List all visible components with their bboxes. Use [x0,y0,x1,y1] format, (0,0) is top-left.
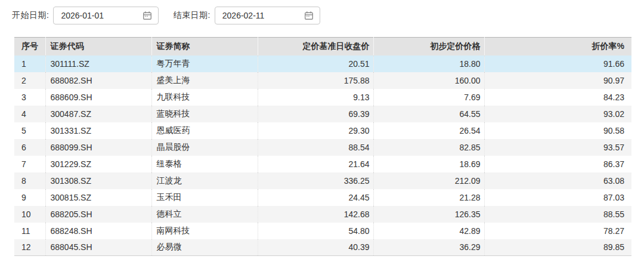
cell-code: 301229.SZ [45,156,151,172]
column-header-code[interactable]: 证券代码 [45,38,151,56]
cell-initial_price: 36.29 [373,239,484,256]
cell-initial_price: 126.35 [373,206,484,223]
column-header-initial_price[interactable]: 初步定价价格 [373,38,484,56]
cell-base_close_price: 69.39 [258,106,373,122]
table-header: 序号证券代码证券简称定价基准日收盘价初步定价价格折价率% [14,38,631,56]
cell-initial_price: 212.09 [373,172,484,189]
cell-name: 盛美上海 [151,72,258,89]
cell-index: 2 [14,72,45,89]
cell-name: 必易微 [151,239,258,256]
cell-index: 1 [14,56,45,72]
cell-initial_price: 18.69 [373,156,484,172]
cell-name: 南网科技 [151,223,258,239]
cell-name: 德科立 [151,206,258,223]
end-date-label: 结束日期: [173,10,210,21]
securities-pricing-table: 序号证券代码证券简称定价基准日收盘价初步定价价格折价率% 1301111.SZ粤… [14,37,631,256]
cell-initial_price: 18.80 [373,56,484,72]
cell-index: 8 [14,172,45,189]
table-row[interactable]: 10688205.SH德科立142.68126.3588.55 [14,206,631,223]
table-row[interactable]: 7301229.SZ纽泰格21.6418.6986.37 [14,156,631,172]
cell-initial_price: 160.00 [373,72,484,89]
end-date-picker[interactable] [215,7,320,24]
table-row[interactable]: 9300815.SZ玉禾田24.4521.2887.03 [14,189,631,206]
date-filter-bar: 开始日期: 结束日期: [0,0,644,25]
cell-index: 9 [14,189,45,206]
table-row[interactable]: 2688082.SH盛美上海175.88160.0090.97 [14,72,631,89]
cell-code: 300815.SZ [45,189,151,206]
cell-index: 4 [14,106,45,122]
cell-base_close_price: 40.39 [258,239,373,256]
cell-name: 纽泰格 [151,156,258,172]
cell-initial_price: 21.28 [373,189,484,206]
cell-base_close_price: 175.88 [258,72,373,89]
cell-code: 301331.SZ [45,122,151,139]
table-body: 1301111.SZ粤万年青20.5118.8091.662688082.SH盛… [14,56,631,256]
column-header-index[interactable]: 序号 [14,38,45,56]
cell-discount_rate: 87.03 [484,189,631,206]
cell-discount_rate: 93.02 [484,106,631,122]
column-header-name[interactable]: 证券简称 [151,38,258,56]
cell-code: 688045.SH [45,239,151,256]
cell-discount_rate: 90.97 [484,72,631,89]
table-row[interactable]: 12688045.SH必易微40.3936.2989.85 [14,239,631,256]
cell-name: 江波龙 [151,172,258,189]
cell-code: 301308.SZ [45,172,151,189]
cell-discount_rate: 84.23 [484,89,631,106]
cell-initial_price: 26.54 [373,122,484,139]
start-date-picker[interactable] [53,7,159,24]
cell-code: 301111.SZ [45,56,151,72]
cell-discount_rate: 88.55 [484,206,631,223]
cell-name: 玉禾田 [151,189,258,206]
end-date-input[interactable] [215,11,293,20]
cell-code: 300487.SZ [45,106,151,122]
table-row[interactable]: 8301308.SZ江波龙336.25212.0963.08 [14,172,631,189]
header-row: 序号证券代码证券简称定价基准日收盘价初步定价价格折价率% [14,38,631,56]
cell-discount_rate: 91.66 [484,56,631,72]
cell-name: 晶晨股份 [151,139,258,156]
table-row[interactable]: 11688248.SH南网科技54.8042.8978.27 [14,223,631,239]
table-row[interactable]: 6688099.SH晶晨股份88.5482.8593.57 [14,139,631,156]
cell-code: 688205.SH [45,206,151,223]
cell-name: 恩威医药 [151,122,258,139]
cell-initial_price: 82.85 [373,139,484,156]
cell-base_close_price: 336.25 [258,172,373,189]
table-row[interactable]: 5301331.SZ恩威医药29.3026.5490.58 [14,122,631,139]
cell-code: 688082.SH [45,72,151,89]
end-date-filter: 结束日期: [173,7,320,24]
column-header-discount_rate[interactable]: 折价率% [484,38,631,56]
cell-base_close_price: 9.13 [258,89,373,106]
table-row[interactable]: 3688609.SH九联科技9.137.6984.23 [14,89,631,106]
table-row[interactable]: 1301111.SZ粤万年青20.5118.8091.66 [14,56,631,72]
calendar-icon[interactable] [143,11,152,20]
cell-index: 7 [14,156,45,172]
start-date-filter: 开始日期: [12,7,159,24]
start-date-input[interactable] [54,11,131,20]
cell-base_close_price: 88.54 [258,139,373,156]
cell-base_close_price: 142.68 [258,206,373,223]
cell-discount_rate: 86.37 [484,156,631,172]
cell-discount_rate: 89.85 [484,239,631,256]
cell-index: 11 [14,223,45,239]
cell-index: 6 [14,139,45,156]
column-header-base_close_price[interactable]: 定价基准日收盘价 [258,38,373,56]
cell-index: 3 [14,89,45,106]
calendar-icon[interactable] [304,11,314,20]
cell-code: 688609.SH [45,89,151,106]
cell-initial_price: 7.69 [373,89,484,106]
cell-initial_price: 42.89 [373,223,484,239]
cell-base_close_price: 21.64 [258,156,373,172]
cell-initial_price: 64.55 [373,106,484,122]
cell-index: 12 [14,239,45,256]
cell-name: 粤万年青 [151,56,258,72]
table-row[interactable]: 4300487.SZ蓝晓科技69.3964.5593.02 [14,106,631,122]
cell-base_close_price: 54.80 [258,223,373,239]
cell-name: 九联科技 [151,89,258,106]
cell-base_close_price: 29.30 [258,122,373,139]
cell-discount_rate: 63.08 [484,172,631,189]
cell-index: 10 [14,206,45,223]
cell-base_close_price: 24.45 [258,189,373,206]
cell-discount_rate: 93.57 [484,139,631,156]
cell-base_close_price: 20.51 [258,56,373,72]
cell-index: 5 [14,122,45,139]
cell-code: 688099.SH [45,139,151,156]
